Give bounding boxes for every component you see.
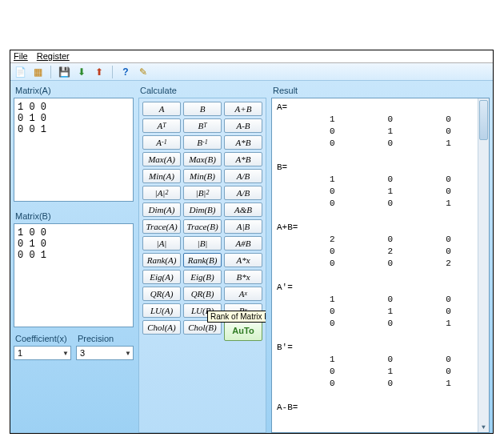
toolbar: 📄 ▦ 💾 ⬇ ⬆ ? ✎	[10, 63, 493, 81]
btn-b-transpose[interactable]: BT	[183, 118, 222, 133]
btn-b-times-x[interactable]: B*x	[224, 270, 262, 284]
btn-rank-a[interactable]: Rank(A)	[142, 253, 181, 267]
btn-min-a[interactable]: Min(A)	[142, 169, 181, 183]
result-scrollbar[interactable]: ▲ ▼	[478, 98, 489, 432]
btn-norm-b[interactable]: |B|2	[183, 186, 222, 200]
result-label: Result	[271, 84, 490, 98]
btn-b-inverse[interactable]: B-1	[183, 135, 222, 150]
tooltip-rank-b: Rank of Matrix B	[207, 311, 266, 323]
separator	[50, 66, 51, 78]
info-icon[interactable]: ✎	[137, 66, 150, 78]
btn-a-and-b[interactable]: A&B	[224, 202, 262, 217]
precision-value: 3	[80, 348, 85, 358]
coeff-precision-row: Coefficient(x) 1 ▼ Precision 3 ▼	[14, 332, 134, 360]
btn-a-inverse[interactable]: A-1	[142, 135, 181, 150]
precision-label: Precision	[76, 332, 134, 346]
btn-a-plus-b[interactable]: A+B	[224, 102, 262, 116]
btn-chol-a[interactable]: Chol(A)	[142, 320, 181, 335]
calculate-label: Calculate	[138, 84, 266, 98]
btn-b[interactable]: B	[183, 102, 222, 116]
btn-det-a[interactable]: |A|	[142, 236, 181, 251]
import-icon[interactable]: ⬇	[75, 66, 88, 78]
btn-a-times-x[interactable]: A*x	[224, 253, 262, 267]
btn-a-or-b[interactable]: A|B	[224, 219, 262, 234]
btn-det-b[interactable]: |B|	[183, 236, 222, 251]
coefficient-value: 1	[18, 348, 22, 358]
btn-a-minus-b[interactable]: A-B	[224, 118, 262, 133]
app-window: File Register 📄 ▦ 💾 ⬇ ⬆ ? ✎ Matrix(A) 1 …	[10, 50, 494, 434]
btn-trace-b[interactable]: Trace(B)	[183, 219, 222, 234]
btn-a-pow-x[interactable]: Ax	[224, 287, 262, 301]
coefficient-label: Coefficient(x)	[14, 332, 71, 346]
separator	[112, 66, 113, 78]
btn-eig-a[interactable]: Eig(A)	[142, 270, 181, 284]
left-column: Matrix(A) 1 0 0 0 1 0 0 0 1 Matrix(B) 1 …	[14, 84, 134, 433]
menu-file[interactable]: File	[14, 51, 28, 61]
result-column: Result A= 1 0 0 0 1 0 0 0 1 B= 1 0 0 0 1…	[271, 84, 490, 433]
export-icon[interactable]: ⬆	[93, 66, 106, 78]
btn-dim-a[interactable]: Dim(A)	[142, 202, 181, 217]
grid-icon[interactable]: ▦	[31, 66, 44, 78]
btn-lu-a[interactable]: LU(A)	[142, 303, 181, 318]
scroll-down-icon[interactable]: ▼	[478, 421, 489, 432]
btn-auto[interactable]: AuTo	[224, 320, 262, 341]
matrix-a-label: Matrix(A)	[14, 84, 134, 98]
btn-norm-a[interactable]: |A|2	[142, 186, 181, 200]
btn-a-mul-b2[interactable]: A*B	[224, 152, 262, 166]
chevron-down-icon: ▼	[62, 350, 69, 357]
btn-qr-b[interactable]: QR(B)	[183, 287, 222, 301]
scroll-thumb[interactable]	[479, 100, 488, 140]
btn-a-transpose[interactable]: AT	[142, 118, 181, 133]
btn-a-div-b[interactable]: A/B	[224, 169, 262, 183]
btn-a-times-b[interactable]: A*B	[224, 135, 262, 150]
coefficient-combo[interactable]: 1 ▼	[14, 346, 71, 360]
btn-dim-b[interactable]: Dim(B)	[183, 202, 222, 217]
calculate-panel: ABA+B ATBTA-B A-1B-1A*B Max(A)Max(B)A*B …	[138, 98, 266, 433]
matrix-b-input[interactable]: 1 0 0 0 1 0 0 0 1	[14, 223, 134, 327]
btn-min-b[interactable]: Min(B)	[183, 169, 222, 183]
btn-max-a[interactable]: Max(A)	[142, 152, 181, 166]
menu-bar: File Register	[10, 50, 493, 63]
help-icon[interactable]: ?	[119, 66, 132, 78]
chevron-down-icon: ▼	[125, 350, 131, 357]
btn-a-div-b2[interactable]: A/B	[224, 186, 262, 200]
menu-register[interactable]: Register	[37, 51, 70, 61]
btn-trace-a[interactable]: Trace(A)	[142, 219, 181, 234]
precision-combo[interactable]: 3 ▼	[76, 346, 134, 360]
btn-qr-a[interactable]: QR(A)	[142, 287, 181, 301]
btn-rank-b[interactable]: Rank(B)	[183, 253, 222, 267]
result-output[interactable]: A= 1 0 0 0 1 0 0 0 1 B= 1 0 0 0 1 0 0 0	[271, 98, 490, 433]
btn-eig-b[interactable]: Eig(B)	[183, 270, 222, 284]
matrix-b-label: Matrix(B)	[14, 210, 134, 223]
save-icon[interactable]: 💾	[58, 66, 70, 78]
result-text: A= 1 0 0 0 1 0 0 0 1 B= 1 0 0 0 1 0 0 0	[277, 102, 451, 412]
new-icon[interactable]: 📄	[14, 66, 26, 78]
btn-a[interactable]: A	[142, 102, 181, 116]
matrix-a-input[interactable]: 1 0 0 0 1 0 0 0 1	[14, 98, 134, 202]
btn-max-b[interactable]: Max(B)	[183, 152, 222, 166]
client-area: Matrix(A) 1 0 0 0 1 0 0 0 1 Matrix(B) 1 …	[10, 81, 493, 433]
btn-a-hash-b[interactable]: A#B	[224, 236, 262, 251]
calculate-column: Calculate ABA+B ATBTA-B A-1B-1A*B Max(A)…	[138, 84, 266, 433]
